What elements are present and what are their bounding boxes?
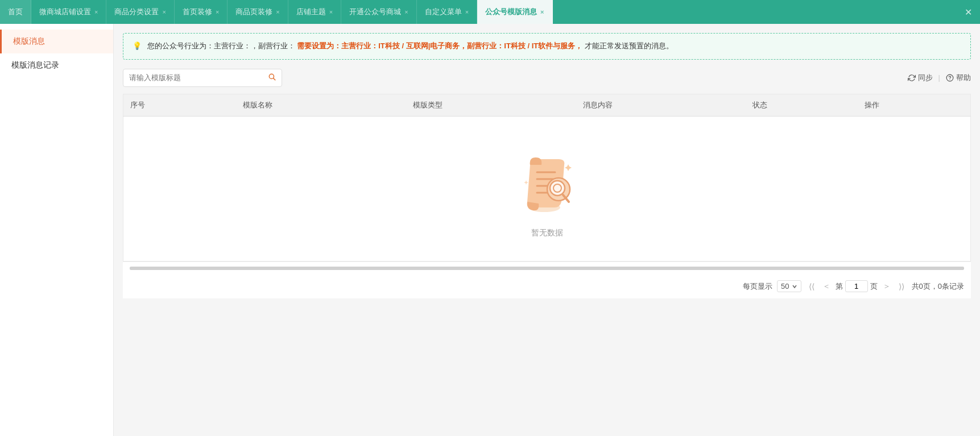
total-info: 共0页，0条记录 (912, 281, 964, 292)
content-area: 💡 您的公众号行业为：主营行业：，副营行业： 需要设置为：主营行业：IT科技 /… (114, 24, 980, 436)
nav-tab-close-3[interactable]: × (216, 9, 219, 15)
nav-tab-5[interactable]: 店铺主题× (288, 0, 341, 24)
empty-illustration (513, 151, 581, 219)
sidebar-item-1[interactable]: 模版消息记录 (0, 53, 113, 77)
page-number-input[interactable] (845, 280, 868, 292)
page-label-before: 第 (836, 281, 843, 292)
empty-state: 暂无数据 (123, 117, 970, 261)
toolbar-right: 同步 | 帮助 (908, 73, 971, 83)
close-all-button[interactable]: ✕ (957, 7, 980, 18)
nav-tab-8[interactable]: 公众号模版消息× (477, 0, 552, 24)
page-navigation: ⟨⟨ ＜ 第 页 ＞ ⟩⟩ (806, 280, 907, 293)
search-input-wrap (123, 69, 282, 87)
per-page-value: 50 (781, 282, 789, 290)
nav-tab-7[interactable]: 自定义菜单× (417, 0, 477, 24)
last-page-button[interactable]: ⟩⟩ (896, 281, 907, 292)
horizontal-scrollbar-area[interactable] (123, 261, 971, 275)
nav-tab-close-7[interactable]: × (465, 9, 469, 15)
nav-tab-close-1[interactable]: × (94, 9, 98, 15)
nav-tab-0[interactable]: 首页 (0, 0, 31, 24)
sync-button[interactable]: 同步 (908, 73, 933, 83)
table-header-3: 消息内容 (576, 94, 746, 116)
nav-tab-1[interactable]: 微商城店铺设置× (31, 0, 106, 24)
pagination-bar: 每页显示 50 ⟨⟨ ＜ 第 页 ＞ ⟩⟩ 共0页，0条记录 (123, 275, 971, 298)
help-label: 帮助 (956, 73, 971, 83)
table-header-2: 模版类型 (406, 94, 576, 116)
sidebar: 模版消息模版消息记录 (0, 24, 114, 436)
next-page-button[interactable]: ＞ (880, 280, 894, 293)
banner-suffix: 才能正常发送预置的消息。 (585, 41, 673, 50)
sidebar-item-0[interactable]: 模版消息 (0, 30, 113, 53)
nav-tab-close-2[interactable]: × (162, 9, 166, 15)
nav-tab-close-5[interactable]: × (329, 9, 333, 15)
table-header-5: 操作 (858, 94, 971, 116)
banner-prefix: 您的公众号行业为：主营行业：，副营行业： (147, 41, 295, 50)
data-table: 序号模版名称模版类型消息内容状态操作 (123, 94, 971, 261)
prev-page-button[interactable]: ＜ (820, 280, 833, 293)
nav-tab-2[interactable]: 商品分类设置× (106, 0, 174, 24)
per-page-select[interactable]: 50 (777, 280, 801, 292)
chevron-down-icon (792, 284, 797, 289)
empty-text: 暂无数据 (531, 228, 563, 238)
top-navigation: 首页微商城店铺设置×商品分类设置×首页装修×商品页装修×店铺主题×开通公众号商城… (0, 0, 980, 24)
tip-icon: 💡 (133, 41, 142, 50)
table-header-0: 序号 (123, 94, 237, 116)
nav-tab-4[interactable]: 商品页装修× (228, 0, 288, 24)
per-page-label: 每页显示 (743, 281, 772, 292)
nav-tab-close-8[interactable]: × (540, 9, 544, 15)
search-icon[interactable] (268, 73, 276, 82)
sync-label: 同步 (918, 73, 933, 83)
first-page-button[interactable]: ⟨⟨ (806, 281, 817, 292)
search-input[interactable] (129, 73, 268, 82)
help-button[interactable]: 帮助 (946, 73, 971, 83)
nav-tab-3[interactable]: 首页装修× (175, 0, 228, 24)
main-layout: 模版消息模版消息记录 💡 您的公众号行业为：主营行业：，副营行业： 需要设置为：… (0, 24, 980, 436)
search-bar: 同步 | 帮助 (123, 69, 971, 87)
table-header-4: 状态 (746, 94, 858, 116)
info-banner: 💡 您的公众号行业为：主营行业：，副营行业： 需要设置为：主营行业：IT科技 /… (123, 33, 971, 60)
scrollbar-track[interactable] (130, 267, 964, 270)
svg-point-9 (550, 181, 565, 196)
toolbar-divider: | (938, 73, 940, 82)
nav-tab-close-6[interactable]: × (404, 9, 408, 15)
table-header-1: 模版名称 (236, 94, 406, 116)
page-label-after: 页 (870, 281, 878, 292)
svg-line-1 (274, 78, 275, 80)
banner-highlight: 需要设置为：主营行业：IT科技 / 互联网|电子商务，副营行业：IT科技 / I… (297, 41, 582, 50)
nav-tab-6[interactable]: 开通公众号商城× (341, 0, 416, 24)
nav-tab-close-4[interactable]: × (276, 9, 279, 15)
